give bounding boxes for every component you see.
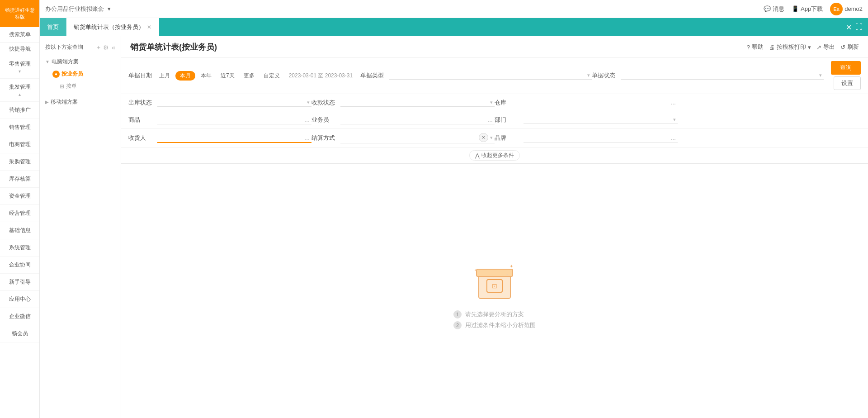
sidebar-item-purchase-label: 采购管理 bbox=[9, 158, 31, 166]
settings-button[interactable]: 设置 bbox=[834, 76, 861, 90]
sidebar-item-member[interactable]: 畅会员 bbox=[0, 325, 39, 342]
staff-filter: 业务员 ... bbox=[311, 115, 495, 124]
add-schema-button[interactable]: + bbox=[97, 44, 100, 51]
mobile-group-title[interactable]: ▶ 移动端方案 bbox=[40, 96, 121, 108]
sidebar-item-system[interactable]: 系统管理 bbox=[0, 239, 39, 256]
staff-input[interactable]: ... bbox=[340, 115, 495, 124]
out-status-select[interactable]: ▾ bbox=[157, 99, 311, 107]
app-download-button[interactable]: 📱 App下载 bbox=[792, 5, 823, 13]
consignee-dots-icon[interactable]: ... bbox=[304, 134, 310, 141]
collapse-button[interactable]: ⋀ 收起更多条件 bbox=[469, 150, 520, 161]
tab-sales-stat[interactable]: 销货单统计表（按业务员） ✕ bbox=[66, 18, 159, 36]
doc-type-select[interactable]: ▾ bbox=[389, 71, 592, 80]
collect-status-filter: 收款状态 ▾ bbox=[311, 98, 495, 107]
out-status-filter: 出库状态 ▾ bbox=[128, 98, 311, 107]
staff-dots-icon[interactable]: ... bbox=[487, 116, 493, 123]
avatar: Ea bbox=[830, 3, 843, 15]
sidebar-item-ecommerce[interactable]: 电商管理 bbox=[0, 136, 39, 153]
sidebar-item-apps-label: 应用中心 bbox=[9, 295, 31, 303]
user-menu[interactable]: Ea demo2 bbox=[830, 3, 863, 15]
tab-home[interactable]: 首页 bbox=[40, 18, 66, 36]
empty-tips: 1 请先选择要分析的方案 2 用过滤条件来缩小分析范围 bbox=[453, 310, 536, 329]
settlement-select[interactable]: × ▾ bbox=[340, 132, 495, 143]
svg-text:⊡: ⊡ bbox=[492, 282, 497, 290]
refresh-button[interactable]: ↺ 刷新 bbox=[840, 43, 859, 51]
sidebar-item-basic[interactable]: 基础信息 bbox=[0, 222, 39, 239]
sidebar-item-purchase[interactable]: 采购管理 bbox=[0, 153, 39, 171]
doc-status-select[interactable]: ▾ bbox=[621, 71, 824, 80]
page-selector-dropdown[interactable]: ▾ bbox=[108, 5, 111, 12]
sidebar-item-marketing[interactable]: 营销推广 bbox=[0, 102, 39, 119]
desktop-group-title[interactable]: ▼ 电脑端方案 bbox=[40, 56, 121, 68]
sidebar-item-basic-label: 基础信息 bbox=[9, 227, 31, 234]
sidebar-item-newbie[interactable]: 新手引导 bbox=[0, 274, 39, 291]
brand-label: 品牌 bbox=[495, 134, 520, 142]
date-filter-label: 单据日期 bbox=[128, 71, 152, 80]
empty-tip-1: 1 请先选择要分析的方案 bbox=[453, 310, 536, 318]
date-tab-custom[interactable]: 自定义 bbox=[260, 71, 283, 81]
message-icon: 💬 bbox=[764, 5, 771, 12]
sidebar-item-apps[interactable]: 应用中心 bbox=[0, 291, 39, 308]
svg-text:✦: ✦ bbox=[474, 268, 477, 272]
settlement-clear-tag: × bbox=[479, 133, 488, 142]
consignee-input[interactable]: ... bbox=[157, 133, 311, 143]
brand-filter: 品牌 ... bbox=[495, 132, 678, 143]
export-label: 导出 bbox=[823, 43, 835, 51]
brand-input[interactable]: ... bbox=[524, 133, 678, 142]
date-tab-more[interactable]: 更多 bbox=[240, 71, 258, 81]
goods-filter: 商品 ... bbox=[128, 115, 311, 124]
tab-close-icon[interactable]: ✕ bbox=[147, 24, 151, 30]
sidebar-item-wholesale[interactable]: 批发管理 ▴ bbox=[0, 79, 39, 102]
maximize-icon[interactable]: ⛶ bbox=[855, 23, 863, 31]
desktop-group-label: 电脑端方案 bbox=[52, 58, 79, 66]
help-button[interactable]: ? 帮助 bbox=[747, 43, 764, 51]
sidebar-item-operation[interactable]: 经营管理 bbox=[0, 205, 39, 222]
settings-schema-button[interactable]: ⚙ bbox=[103, 44, 109, 51]
date-filter-group: 单据日期 上月 本月 本年 近7天 更多 自定义 2023-03-01 至 20… bbox=[128, 61, 360, 90]
sidebar-item-finance[interactable]: 资金管理 bbox=[0, 188, 39, 205]
query-button[interactable]: 查询 bbox=[831, 61, 861, 75]
goods-input[interactable]: ... bbox=[157, 115, 311, 124]
user-name-label: demo2 bbox=[844, 5, 863, 12]
date-tab-last-month[interactable]: 上月 bbox=[156, 71, 174, 81]
chevron-right-icon: ▶ bbox=[45, 100, 49, 104]
collapse-panel-button[interactable]: « bbox=[112, 44, 115, 51]
export-button[interactable]: ↗ 导出 bbox=[816, 43, 835, 51]
consignee-text-input[interactable] bbox=[159, 134, 304, 141]
print-button[interactable]: 🖨 按模板打印 ▾ bbox=[769, 43, 811, 51]
right-panel: 销货单统计表(按业务员) ? 帮助 🖨 按模板打印 ▾ ↗ 导出 bbox=[121, 36, 868, 418]
message-button[interactable]: 💬 消息 bbox=[764, 5, 784, 13]
sidebar-item-system-label: 系统管理 bbox=[9, 244, 31, 252]
schema-item-by-staff[interactable]: ● 按业务员 bbox=[40, 68, 121, 80]
sidebar-item-sales[interactable]: 销售管理 bbox=[0, 119, 39, 136]
sidebar-item-wechat[interactable]: 企业微信 bbox=[0, 308, 39, 325]
sidebar-item-enterprise[interactable]: 企业协同 bbox=[0, 256, 39, 274]
help-icon: ? bbox=[747, 44, 750, 51]
date-tab-this-year[interactable]: 本年 bbox=[197, 71, 215, 81]
close-tab-icon[interactable]: ✕ bbox=[846, 23, 852, 32]
svg-text:✦: ✦ bbox=[506, 273, 509, 276]
schema-item-by-order[interactable]: ⊞ 按单 bbox=[40, 80, 121, 92]
sidebar-quick-nav[interactable]: 快捷导航 bbox=[0, 43, 39, 56]
chevron-down-icon: ▾ bbox=[108, 5, 111, 12]
collect-status-select[interactable]: ▾ bbox=[340, 99, 495, 107]
sidebar-item-member-label: 畅会员 bbox=[12, 330, 28, 337]
brand-dots-icon[interactable]: ... bbox=[670, 134, 676, 141]
warehouse-input[interactable]: ... bbox=[524, 98, 678, 107]
chevron-down-icon: ▾ bbox=[490, 100, 493, 105]
topbar: 办公用品行业模拟账套 ▾ 💬 消息 📱 App下载 Ea demo2 bbox=[40, 0, 868, 18]
sidebar-item-retail[interactable]: 零售管理 ▾ bbox=[0, 56, 39, 79]
date-tab-this-month[interactable]: 本月 bbox=[175, 71, 195, 81]
dept-select[interactable]: ▾ bbox=[524, 116, 678, 124]
warehouse-dots-icon[interactable]: ... bbox=[670, 99, 676, 106]
sidebar-item-inventory[interactable]: 库存核算 bbox=[0, 171, 39, 188]
tip1-number: 1 bbox=[453, 310, 462, 318]
goods-dots-icon[interactable]: ... bbox=[304, 116, 310, 123]
sidebar-search[interactable]: 搜索菜单 bbox=[0, 27, 39, 43]
date-tab-last-7[interactable]: 近7天 bbox=[217, 71, 238, 81]
message-label: 消息 bbox=[773, 5, 784, 13]
left-panel-header-buttons: + ⚙ « bbox=[97, 44, 115, 51]
download-icon: 📱 bbox=[792, 5, 799, 12]
page-header-actions: ? 帮助 🖨 按模板打印 ▾ ↗ 导出 ↺ 刷新 bbox=[747, 43, 859, 51]
chevron-down-icon: ▾ bbox=[490, 135, 493, 141]
